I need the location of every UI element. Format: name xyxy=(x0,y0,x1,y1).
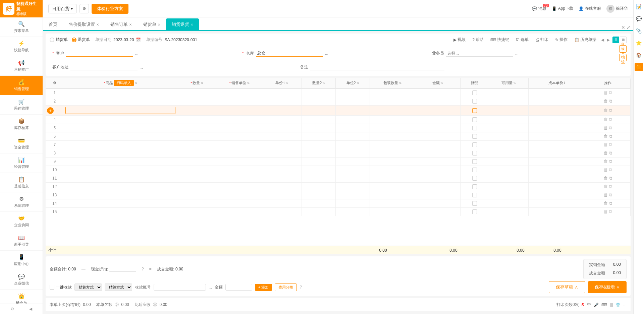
gift-checkbox-7[interactable] xyxy=(472,142,477,147)
staff-input[interactable] xyxy=(446,50,513,57)
delete-row-11[interactable]: 🗑 xyxy=(603,176,608,181)
delete-row-6[interactable]: 🗑 xyxy=(603,134,608,139)
message-badge[interactable]: 💬 消息 70 xyxy=(532,6,546,11)
copy-row-7[interactable]: ⧉ xyxy=(609,142,612,147)
gift-checkbox-14[interactable] xyxy=(472,201,477,206)
price-sort-icon[interactable]: ⇅ xyxy=(285,81,288,85)
copy-row-14[interactable]: ⧉ xyxy=(609,201,612,206)
help-btn[interactable]: ? 帮助 xyxy=(470,36,486,43)
discount-input[interactable] xyxy=(109,267,136,272)
barcode-icon[interactable]: ||| xyxy=(610,303,613,307)
sidebar-item-apps[interactable]: 📱 应用中心 xyxy=(0,251,43,270)
sidebar-item-member[interactable]: 👑 畅会员 xyxy=(0,290,43,304)
gift-checkbox-2[interactable] xyxy=(472,99,477,104)
remarks-input[interactable] xyxy=(310,64,444,70)
app-download-btn[interactable]: 📱 App下载 xyxy=(552,6,573,11)
gift-checkbox-6[interactable] xyxy=(472,134,477,139)
sidebar-item-operations[interactable]: 📊 经营管理 xyxy=(0,153,43,173)
pack-sort-icon[interactable]: ⇅ xyxy=(399,81,401,85)
delete-row-14[interactable]: 🗑 xyxy=(603,201,608,206)
tab-close-sales-bill[interactable]: ✕ xyxy=(158,23,160,26)
copy-row-13[interactable]: ⧉ xyxy=(609,192,612,198)
copy-row-3[interactable]: ⧉ xyxy=(609,108,612,113)
online-support-btn[interactable]: 👤 在线客服 xyxy=(579,6,601,11)
calc-method-select[interactable]: 结算方式 xyxy=(105,284,132,291)
address-select-icon[interactable]: ... xyxy=(140,65,143,70)
gift-checkbox-9[interactable] xyxy=(472,159,477,164)
collapse-icon[interactable]: ◀ xyxy=(29,307,32,311)
microphone-icon[interactable]: 🎤 xyxy=(594,303,599,307)
right-panel-attach-icon[interactable]: 📎 xyxy=(635,27,643,35)
tab-close-sales-return[interactable]: ✕ xyxy=(191,23,193,26)
delete-row-2[interactable]: 🗑 xyxy=(603,99,608,104)
sidebar-item-system[interactable]: ⚙ 系统管理 xyxy=(0,192,43,212)
delete-row-8[interactable]: 🗑 xyxy=(603,150,608,156)
gift-checkbox-11[interactable] xyxy=(472,176,477,181)
delete-row-12[interactable]: 🗑 xyxy=(603,184,608,189)
copy-row-9[interactable]: ⧉ xyxy=(609,159,612,164)
sidebar-item-shortcuts[interactable]: ⚡ 快捷导航 xyxy=(0,37,43,56)
prev-doc-icon[interactable]: ◀ xyxy=(601,38,604,42)
copy-row-12[interactable]: ⧉ xyxy=(609,184,612,189)
payment-method-select[interactable]: 结算方式 xyxy=(74,284,102,291)
logistics-btn[interactable]: + 物流 xyxy=(619,54,627,61)
copy-row-11[interactable]: ⧉ xyxy=(609,176,612,181)
sidebar-item-basics[interactable]: 📋 基础信息 xyxy=(0,173,43,192)
gift-checkbox-12[interactable] xyxy=(472,184,477,189)
next-doc-icon[interactable]: ▶ xyxy=(607,38,610,42)
add-payment-btn[interactable]: + 添加 xyxy=(255,284,272,291)
experience-btn[interactable]: 体验行业方案 xyxy=(92,4,128,14)
account-input[interactable] xyxy=(154,284,206,291)
right-panel-edit-icon[interactable]: 📝 xyxy=(635,3,643,11)
copy-row-8[interactable]: ⧉ xyxy=(609,150,612,156)
maximize-icon[interactable]: ⤢ xyxy=(627,25,631,30)
save-new-btn[interactable]: 保存&新增 ∧ xyxy=(588,281,627,293)
shirt-icon[interactable]: 👕 xyxy=(615,303,621,307)
delete-row-5[interactable]: 🗑 xyxy=(603,125,608,131)
close-page-icon[interactable]: ✕ xyxy=(621,25,625,30)
right-panel-home-icon[interactable]: 🏠 xyxy=(635,51,643,59)
gift-checkbox-8[interactable] xyxy=(472,151,477,155)
tab-sales-order[interactable]: 销售订单 ✕ xyxy=(105,18,138,30)
radio-return-bill[interactable]: 退货单 xyxy=(72,37,90,43)
goods-sort-icon[interactable]: ⇅ xyxy=(135,81,137,85)
table-container[interactable]: ⚙ * 商品 扫码录入 ⇅ xyxy=(46,78,631,246)
gift-checkbox-5[interactable] xyxy=(472,126,477,130)
address-input[interactable] xyxy=(70,64,138,70)
delete-row-9[interactable]: 🗑 xyxy=(603,159,608,164)
tab-sales-return[interactable]: 销货退货 ✕ xyxy=(166,18,199,30)
sidebar-item-purchase[interactable]: 🛒 采购管理 xyxy=(0,95,43,115)
th-settings[interactable]: ⚙ xyxy=(46,78,64,88)
right-panel-star-icon[interactable]: ⭐ xyxy=(635,39,643,47)
sidebar-item-wechat[interactable]: 💬 企业微信 xyxy=(0,270,43,290)
gift-checkbox-15[interactable] xyxy=(472,209,477,214)
right-panel-chat-icon[interactable]: 💬 xyxy=(635,15,643,23)
operations-btn[interactable]: ✎ 操作 xyxy=(553,36,570,43)
tab-price-setup[interactable]: 售价提取设置 ✕ xyxy=(63,18,105,30)
delete-row-7[interactable]: 🗑 xyxy=(603,142,608,147)
gift-checkbox-4[interactable] xyxy=(472,117,477,122)
delete-row-1[interactable]: 🗑 xyxy=(603,90,608,96)
tab-sales-bill[interactable]: 销货单 ✕ xyxy=(138,18,166,30)
keyboard-icon-bottom[interactable]: ⌨ xyxy=(601,303,607,307)
customer-input[interactable] xyxy=(66,50,133,57)
delete-row-4[interactable]: 🗑 xyxy=(603,117,608,122)
sidebar-item-inventory[interactable]: 📦 库存核算 xyxy=(0,115,43,134)
save-draft-btn[interactable]: 保存草稿 ∧ xyxy=(549,281,585,293)
copy-row-10[interactable]: ⧉ xyxy=(609,167,612,173)
gift-checkbox-1[interactable] xyxy=(472,90,477,95)
copy-row-4[interactable]: ⧉ xyxy=(609,117,612,122)
sidebar-item-marketing[interactable]: 📢 营销推广 xyxy=(0,56,43,76)
sidebar-item-collab[interactable]: 🤝 企业协同 xyxy=(0,212,43,231)
tab-close-sales-order[interactable]: ✕ xyxy=(129,23,132,26)
copy-row-2[interactable]: ⧉ xyxy=(609,99,612,104)
fee-split-btn[interactable]: 费用分摊 xyxy=(275,284,297,291)
avail-sort-icon[interactable]: ⇅ xyxy=(513,81,516,85)
user-menu[interactable]: 徐 徐泽华 xyxy=(606,5,628,13)
settings-footer-icon[interactable]: ⚙ xyxy=(10,307,14,311)
sidebar-item-search[interactable]: 🔍 搜索菜单 xyxy=(0,17,43,37)
scan-input-btn[interactable]: 扫码录入 xyxy=(114,80,134,86)
one-click-payment-check[interactable]: 一键收款 xyxy=(50,285,72,290)
radio-sales-bill[interactable]: 销货单 xyxy=(50,37,68,43)
tab-home[interactable]: 首页 xyxy=(43,18,63,30)
